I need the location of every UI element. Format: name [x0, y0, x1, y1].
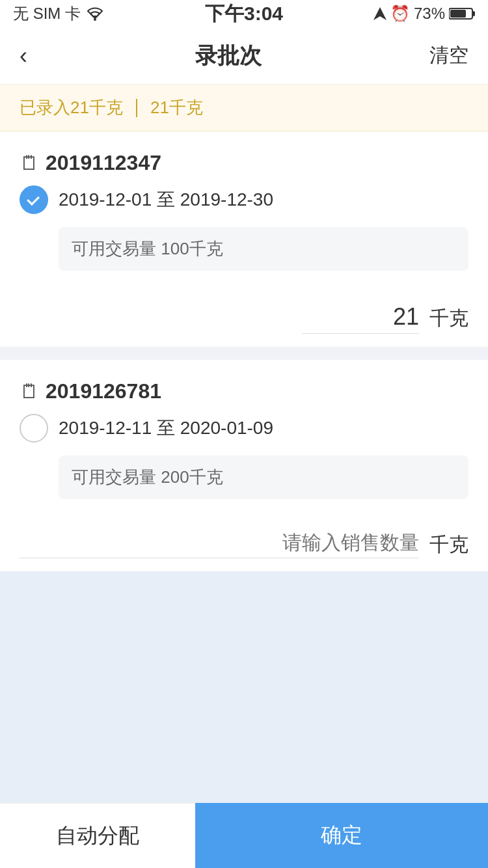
document-icon-2: 🗒 [20, 381, 39, 403]
battery-icon [449, 7, 475, 20]
status-right: ⏰ 73% [373, 5, 475, 23]
radio-checked-1[interactable] [20, 185, 48, 214]
location-icon [373, 7, 386, 20]
svg-rect-3 [472, 11, 475, 16]
batch-id-2: 2019126781 [46, 379, 161, 403]
amount-row-1: 21 千克 [0, 290, 488, 347]
batch-id-1: 2019112347 [46, 151, 161, 175]
input-row-2: 千克 [20, 532, 468, 558]
amount-unit-1: 千克 [429, 305, 468, 332]
batch-date-2: 2019-12-11 至 2020-01-09 [59, 416, 273, 441]
batch-date-row-2[interactable]: 2019-12-11 至 2020-01-09 [20, 414, 468, 442]
batch-date-row-1[interactable]: 2019-12-01 至 2019-12-30 [20, 185, 468, 214]
svg-rect-4 [450, 10, 466, 18]
amount-line-1 [302, 333, 419, 334]
available-box-2: 可用交易量 200千克 [59, 455, 468, 499]
info-banner: 已录入21千克 21千克 [0, 85, 488, 131]
value-label: 21千克 [150, 96, 203, 119]
bottom-bar: 自动分配 确定 [0, 803, 488, 868]
input-underline-2 [20, 558, 419, 558]
svg-point-0 [94, 18, 96, 21]
clear-button[interactable]: 清空 [429, 42, 468, 69]
amount-value-1: 21 [393, 303, 419, 331]
recorded-label: 已录入21千克 [20, 96, 123, 119]
document-icon-1: 🗒 [20, 152, 39, 174]
carrier-label: 无 SIM 卡 [13, 3, 81, 24]
batch-header-1: 🗒 2019112347 [20, 151, 468, 175]
batch-item-1: 🗒 2019112347 2019-12-01 至 2019-12-30 可用交… [0, 131, 488, 290]
qty-input-2[interactable] [20, 532, 419, 554]
available-box-1: 可用交易量 100千克 [59, 227, 468, 271]
batch-item-2: 🗒 2019126781 2019-12-11 至 2020-01-09 可用交… [0, 360, 488, 519]
back-button[interactable]: ‹ [20, 42, 27, 70]
status-left: 无 SIM 卡 [13, 3, 104, 24]
nav-bar: ‹ 录批次 清空 [0, 27, 488, 85]
qty-unit-2: 千克 [429, 532, 468, 558]
input-section-2: 千克 [0, 519, 488, 571]
wifi-icon [86, 7, 104, 21]
status-bar: 无 SIM 卡 下午3:04 ⏰ 73% [0, 0, 488, 27]
page-title: 录批次 [195, 41, 262, 71]
info-divider [136, 99, 137, 117]
radio-unchecked-2[interactable] [20, 414, 48, 442]
batch-date-1: 2019-12-01 至 2019-12-30 [59, 187, 273, 212]
status-time: 下午3:04 [205, 1, 283, 27]
page-content: 🗒 2019112347 2019-12-01 至 2019-12-30 可用交… [0, 131, 488, 850]
amount-input-wrap-1: 21 [302, 303, 419, 334]
battery-percent: 73% [414, 5, 445, 23]
section-separator [0, 347, 488, 360]
confirm-button[interactable]: 确定 [195, 803, 488, 868]
input-wrap-2 [20, 532, 419, 558]
auto-distribute-button[interactable]: 自动分配 [0, 803, 195, 868]
clock-icon: ⏰ [390, 5, 410, 23]
batch-header-2: 🗒 2019126781 [20, 379, 468, 403]
svg-marker-1 [373, 7, 386, 20]
